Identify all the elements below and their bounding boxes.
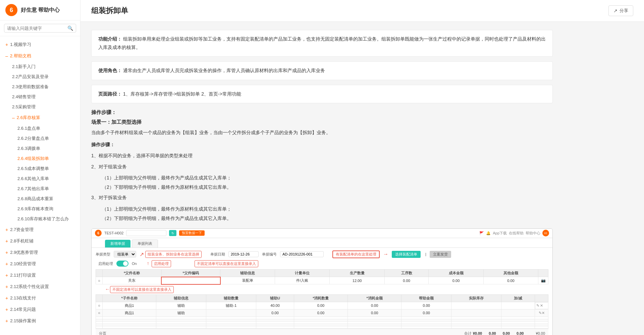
annotation-label-4: 不固定清单可以直接在这里直接录入 xyxy=(195,260,258,267)
sidebar-item-coupon[interactable]: + 2.9优惠券管理 xyxy=(0,247,80,258)
sidebar-item-assembly[interactable]: 2.6.4组装拆卸单 xyxy=(0,154,80,164)
role-text: 通常由生产人员或库管人员完成拆装业务的操作，库管人员确认原材料的出库和产成品的入… xyxy=(123,68,325,73)
screenshot-tab-active[interactable]: 新增单据 xyxy=(105,240,130,247)
sidebar-item-ops[interactable]: + 2.10经营管理 xyxy=(0,258,80,270)
annotation-label-1: 组装业务、拆卸业务在这里选择 xyxy=(145,251,202,258)
step3-list: （1）上部明细为父件明细，最终作为原材料生成其它出库单； （2）下部明细为子件明… xyxy=(102,204,553,223)
step2-item1: （1）上部明细为父件明细，最终作为产成品生成其它入库单； xyxy=(102,173,553,182)
sidebar-item-other-out[interactable]: 2.6.7其他出库单 xyxy=(0,184,80,194)
cell-proc-cnt: 0.00 xyxy=(384,277,429,284)
sidebar-item-purchase-mgmt[interactable]: 2.5采购管理 xyxy=(0,102,80,112)
sidebar-item-transfer[interactable]: 2.6.3调拨单 xyxy=(0,144,80,154)
sidebar-item-cost-adj[interactable]: 2.6.5成本调整单 xyxy=(0,164,80,174)
screenshot-detail-head-row: *子件名称 辅助信息 辅助数量 辅助U *消耗数量 *消耗金额 帮助金额 实际库… xyxy=(96,294,548,302)
cell-add-sub-1 xyxy=(501,302,535,309)
cell-parent-code xyxy=(161,277,220,284)
sidebar-item-partial-check[interactable]: 2.6.2分量盘点单 xyxy=(0,133,80,144)
screenshot-top-right: 🚩 🔔 App下载 在线帮助 帮助中心 cc xyxy=(479,230,549,236)
cell-action-2[interactable]: ✎✕ xyxy=(535,309,548,317)
page-title: 组装拆卸单 xyxy=(91,6,128,16)
sidebar-item-print[interactable]: + 2.11打印设置 xyxy=(0,270,80,281)
col-cost: 成本金额 xyxy=(429,269,483,277)
screenshot-annotation4-area: ↑ 不固定清单可以直接在这里直接录入 xyxy=(106,286,548,293)
plus-icon-ops: + xyxy=(5,261,8,267)
logo-icon: 6 xyxy=(5,4,17,16)
sidebar-label-mobile: 2.8手机旺辅 xyxy=(10,238,34,244)
screenshot-header-table-body: ○ 关东 装配单 件/入账 12.00 0.00 0.00 0.00 📷 xyxy=(96,277,548,284)
sidebar-item-cost-recalc[interactable]: 2.6.8商品成本重算 xyxy=(0,194,80,204)
screenshot-date-input[interactable] xyxy=(228,251,259,257)
plus-icon-coupon: + xyxy=(5,250,8,255)
screenshot-toggle[interactable] xyxy=(116,261,128,267)
screenshot-header-table-section: *父件名称 *父件编码 辅助信息 计量单位 生产数量 工序数 成本金额 其他金额 xyxy=(96,269,548,285)
cell-aux-u-2: 0.00 xyxy=(256,309,294,317)
sidebar-label-faq: 2.14常见问题 xyxy=(10,306,36,313)
screenshot-confirm-btn[interactable]: 立案发货 xyxy=(430,251,451,258)
screenshot-sub-nav: 新增单据 单据列表 xyxy=(92,238,552,248)
sidebar-item-inventory-check[interactable]: 2.6.1盘点单 xyxy=(0,123,80,133)
screenshot-detail-table-section: *子件名称 辅助信息 辅助数量 辅助U *消耗数量 *消耗金额 帮助金额 实际库… xyxy=(96,294,548,329)
screenshot-icon-flag: 🚩 xyxy=(479,231,484,235)
plus-icon-print: + xyxy=(5,273,8,278)
annotation-arrow-1: ↗ xyxy=(140,251,144,258)
sidebar-item-faq[interactable]: + 2.14常见问题 xyxy=(0,304,80,315)
sidebar-item-help-docs[interactable]: – 2.帮助文档 xyxy=(0,50,80,62)
cell-cons-qty-2: 0.00 xyxy=(294,309,347,317)
screenshot-select-btn[interactable]: 选择装配清单 xyxy=(392,251,421,258)
sidebar-item-inventory[interactable]: – 2.6库存核算 xyxy=(0,112,80,123)
sidebar-item-mobile[interactable]: + 2.8手机旺辅 xyxy=(0,235,80,247)
screenshot-type-select[interactable]: 组装单 拆卸单 xyxy=(114,251,136,258)
col-aux-u: 辅助U xyxy=(256,294,294,302)
sidebar-item-sales-mgmt[interactable]: 2.4销售管理 xyxy=(0,92,80,102)
search-icon[interactable]: 🔍 xyxy=(67,25,73,31)
sidebar-label-personalize: 2.12系统个性化设置 xyxy=(10,284,49,290)
sidebar-label-print: 2.11打印设置 xyxy=(10,272,36,278)
sidebar-item-personalize[interactable]: + 2.12系统个性化设置 xyxy=(0,281,80,292)
scene1-title: 场景一：加工类型选择 xyxy=(91,119,553,125)
screenshot-tab-list[interactable]: 单据列表 xyxy=(132,239,158,247)
cell-radio2[interactable]: ○ xyxy=(96,302,103,309)
share-button[interactable]: ↗ 分享 xyxy=(608,5,633,16)
table-row xyxy=(96,326,548,328)
minus-icon-inventory: – xyxy=(12,115,15,120)
col-aux-qty: 辅助数量 xyxy=(206,294,256,302)
col-qty: 生产数量 xyxy=(330,269,384,277)
screenshot-logo: 6 xyxy=(95,230,102,236)
sidebar-item-new-user[interactable]: 2.1新手入门 xyxy=(0,62,80,72)
sidebar-item-ledger-query[interactable]: 2.6.9库存账本查询 xyxy=(0,204,80,214)
sidebar-item-cases[interactable]: + 2.15操作案例 xyxy=(0,315,80,327)
cell-action-1[interactable]: ✎✕ xyxy=(535,302,548,309)
share-label: 分享 xyxy=(620,8,628,14)
sidebar-label-online-pay: 2.13在线支付 xyxy=(10,295,36,301)
sidebar-item-other-in[interactable]: 2.6.6其他入库单 xyxy=(0,174,80,184)
cell-radio3[interactable]: ○ xyxy=(96,309,103,317)
screenshot-company: TEST-H002 xyxy=(104,231,123,235)
cell-other: 0.00 xyxy=(483,277,538,284)
total-item-1: 合计 ¥0.00 xyxy=(464,331,482,335)
sidebar-item-ledger-error[interactable]: 2.6.10库存账本错了怎么办 xyxy=(0,214,80,224)
search-bar: 🔍 xyxy=(0,20,80,36)
col-consume-qty: *消耗数量 xyxy=(294,294,347,302)
sidebar-item-fund-mgmt[interactable]: + 2.7资金管理 xyxy=(0,224,80,235)
sidebar-item-video[interactable]: + 1.视频学习 xyxy=(0,39,80,50)
col-parent-name: *父件名称 xyxy=(103,269,162,277)
screenshot-avatar: cc xyxy=(542,230,549,236)
sidebar-header: 6 好生意 帮助中心 xyxy=(0,0,80,20)
cell-ops[interactable]: 📷 xyxy=(538,277,548,284)
sidebar-item-data-prep[interactable]: 2.3使用前数据准备 xyxy=(0,82,80,92)
annotation-arrow-4: ↑ xyxy=(104,288,110,291)
table-row xyxy=(96,317,548,319)
sidebar-item-install-login[interactable]: 2.2产品安装及登录 xyxy=(0,72,80,82)
col-aux-info2: 辅助信息 xyxy=(156,294,206,302)
plus-icon-pay: + xyxy=(5,295,8,301)
sidebar-label-fund-mgmt: 2.7资金管理 xyxy=(10,227,34,233)
cell-unit: 件/入账 xyxy=(275,277,330,284)
search-input[interactable] xyxy=(7,26,67,31)
total-val-1: ¥0.00 xyxy=(473,331,482,335)
screenshot-no-input[interactable] xyxy=(280,251,324,257)
step3-text: 3、对于拆装业务 xyxy=(91,193,553,202)
cell-radio[interactable]: ○ xyxy=(96,277,103,284)
sidebar-item-online-pay[interactable]: + 2.13在线支付 xyxy=(0,292,80,304)
screenshot-new-order-btn[interactable]: 预置数据一下 xyxy=(179,230,205,236)
table-row xyxy=(96,321,548,324)
